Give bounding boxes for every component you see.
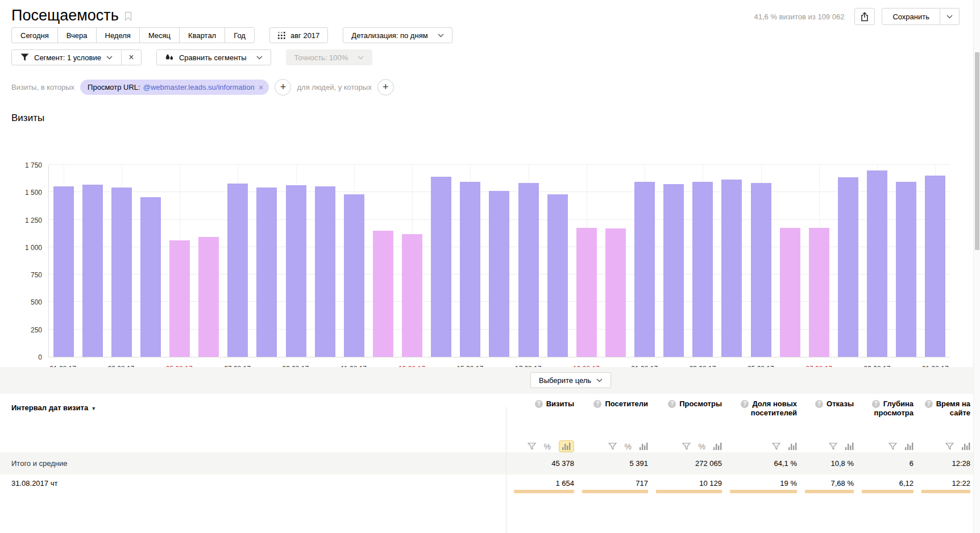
bar-slot bbox=[78, 165, 107, 357]
period-tab-Вчера[interactable]: Вчера bbox=[57, 27, 97, 43]
url-filter-chip[interactable]: Просмотр URL: @webmaster.leads.su/inform… bbox=[80, 80, 269, 95]
add-people-condition-button[interactable]: + bbox=[377, 79, 394, 95]
date-range-button[interactable]: авг 2017 bbox=[269, 27, 328, 43]
totals-cell-value: 5 391 bbox=[574, 459, 648, 468]
column-header[interactable]: ?Глубина просмотра bbox=[854, 394, 913, 440]
column-header[interactable]: ?Отказы bbox=[797, 394, 854, 440]
bar-slot bbox=[659, 165, 688, 357]
cell-value: 7,68 % bbox=[831, 479, 854, 488]
spacer-cell bbox=[0, 440, 506, 452]
scrollbar-thumb[interactable] bbox=[975, 52, 979, 250]
histogram-icon[interactable] bbox=[713, 443, 722, 450]
percent-icon[interactable]: % bbox=[699, 442, 705, 451]
percent-icon[interactable]: % bbox=[625, 442, 632, 451]
filter-icon[interactable] bbox=[772, 443, 780, 450]
filter-icon[interactable] bbox=[829, 443, 837, 450]
header-actions: 41,6 % визитов из 109 062 Сохранить bbox=[754, 8, 960, 25]
bar-slot bbox=[921, 165, 950, 357]
histogram-icon[interactable] bbox=[905, 443, 913, 450]
cell: 10 129 bbox=[648, 474, 722, 493]
period-tab-Год[interactable]: Год bbox=[225, 27, 255, 43]
filter-icon[interactable] bbox=[888, 443, 897, 450]
help-icon[interactable]: ? bbox=[593, 400, 601, 408]
compare-segments-button[interactable]: Сравнить сегменты bbox=[156, 49, 271, 65]
column-header-date-interval[interactable]: Интервал дат визита▼ bbox=[0, 394, 506, 440]
chart-bar bbox=[547, 194, 568, 357]
cell-value: 6,12 bbox=[899, 479, 913, 488]
bookmark-icon[interactable] bbox=[124, 11, 132, 21]
period-tab-Сегодня[interactable]: Сегодня bbox=[11, 27, 58, 43]
cell-value: 1 654 bbox=[555, 479, 574, 488]
period-tab-Неделя[interactable]: Неделя bbox=[96, 27, 140, 43]
percent-icon[interactable]: % bbox=[544, 442, 551, 451]
column-header[interactable]: ?Время на сайте bbox=[913, 394, 970, 440]
add-visit-condition-button[interactable]: + bbox=[275, 79, 291, 95]
column-filter-icons: % bbox=[574, 440, 648, 452]
histogram-icon[interactable] bbox=[845, 443, 854, 450]
chart-bar bbox=[751, 183, 771, 357]
help-icon[interactable]: ? bbox=[741, 400, 749, 408]
detail-level-button[interactable]: Детализация: по дням bbox=[343, 27, 452, 43]
row-date-label[interactable]: 31.08.2017 чт bbox=[0, 474, 506, 493]
chip-remove-icon[interactable]: × bbox=[259, 83, 264, 91]
chart-bar bbox=[634, 182, 655, 357]
bar-slot bbox=[717, 165, 746, 357]
column-header[interactable]: ?Посетители bbox=[574, 394, 648, 440]
help-icon[interactable]: ? bbox=[815, 400, 823, 408]
column-header[interactable]: ?Просмотры bbox=[648, 394, 722, 440]
bar-slot bbox=[223, 165, 252, 357]
filter-icon[interactable] bbox=[682, 443, 691, 450]
choose-goal-button[interactable]: Выберите цель bbox=[530, 372, 611, 388]
y-axis-label: 500 bbox=[31, 298, 42, 306]
chevron-down-icon bbox=[106, 56, 113, 60]
bar-slot bbox=[833, 165, 862, 357]
period-tab-Месяц[interactable]: Месяц bbox=[139, 27, 180, 43]
bar-slot bbox=[310, 165, 339, 357]
help-icon[interactable]: ? bbox=[872, 400, 880, 408]
cell: 12:22 bbox=[913, 474, 970, 493]
table-row: 31.08.2017 чт1 65471710 12919 %7,68 %6,1… bbox=[0, 474, 980, 493]
period-tab-Квартал[interactable]: Квартал bbox=[179, 27, 225, 43]
gridline bbox=[49, 164, 950, 165]
filter-icon[interactable] bbox=[608, 443, 617, 450]
column-header-label: Визиты bbox=[546, 399, 574, 408]
save-dropdown-button[interactable] bbox=[940, 8, 960, 25]
plus-icon: + bbox=[280, 81, 286, 93]
cell-value-bar bbox=[582, 490, 648, 493]
chart-bar bbox=[402, 234, 422, 357]
bar-slot bbox=[775, 165, 804, 357]
help-icon[interactable]: ? bbox=[925, 400, 933, 408]
bar-slot bbox=[339, 165, 368, 357]
save-button[interactable]: Сохранить bbox=[882, 8, 940, 25]
scrollbar-track[interactable] bbox=[973, 0, 980, 533]
chart-bar bbox=[286, 185, 306, 357]
histogram-icon[interactable] bbox=[962, 443, 970, 450]
bar-slot bbox=[630, 165, 659, 357]
bar-slot bbox=[165, 165, 194, 357]
histogram-icon[interactable] bbox=[640, 443, 648, 450]
chart-bar bbox=[431, 177, 451, 357]
bar-slot bbox=[485, 165, 514, 357]
accuracy-button[interactable]: Точность: 100% bbox=[286, 49, 373, 65]
filter-icon[interactable] bbox=[528, 443, 536, 450]
help-icon[interactable]: ? bbox=[668, 400, 676, 408]
segment-clear-button[interactable]: × bbox=[121, 49, 142, 65]
column-header-label: Посетители bbox=[605, 399, 648, 408]
percent-glyph: % bbox=[625, 442, 632, 451]
column-header[interactable]: ?Визиты bbox=[506, 394, 574, 440]
export-button[interactable] bbox=[854, 8, 875, 25]
y-axis-label: 1 250 bbox=[25, 216, 42, 224]
chevron-down-icon bbox=[596, 378, 603, 382]
segment-button[interactable]: Сегмент: 1 условие bbox=[11, 49, 122, 65]
histogram-icon[interactable] bbox=[559, 440, 574, 452]
totals-row-label: Итого и средние bbox=[0, 459, 506, 468]
cell: 1 654 bbox=[506, 474, 574, 493]
bar-slot bbox=[892, 165, 921, 357]
totals-cell-value: 272 065 bbox=[648, 459, 722, 468]
chart-bar bbox=[896, 182, 916, 357]
cell-value-bar bbox=[862, 490, 913, 493]
histogram-icon[interactable] bbox=[788, 443, 797, 450]
help-icon[interactable]: ? bbox=[535, 400, 543, 408]
column-header[interactable]: ?Доля новых посетителей bbox=[722, 394, 797, 440]
filter-icon[interactable] bbox=[945, 443, 954, 450]
